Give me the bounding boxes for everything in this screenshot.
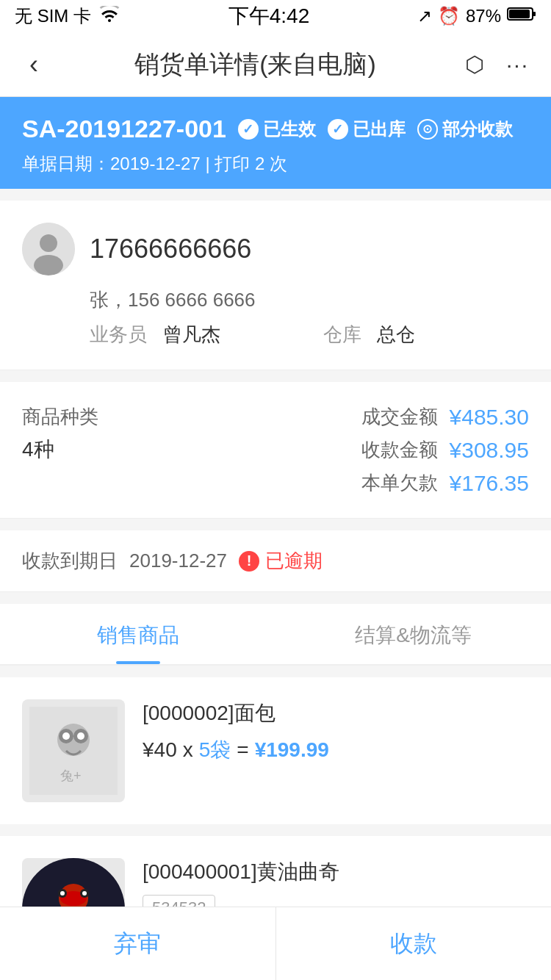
customer-section: 17666666666 张，156 6666 6666 业务员 曾凡杰 仓库 总… [0, 201, 551, 370]
battery-text: 87% [466, 6, 501, 26]
svg-point-10 [62, 732, 70, 740]
svg-rect-2 [509, 10, 530, 18]
share-icon[interactable]: ⬡ [465, 51, 484, 77]
status-badge-2: ✓ 已出库 [328, 118, 406, 141]
wifi-icon [98, 6, 120, 26]
overdue-text: 已逾期 [265, 548, 323, 574]
amount-section: 商品种类 4种 成交金额 ¥485.30 收款金额 ¥308.95 本单欠款 ¥… [0, 382, 551, 519]
time-display: 下午4:42 [228, 2, 310, 30]
cancel-button[interactable]: 弃审 [0, 907, 276, 980]
svg-text:兔+: 兔+ [60, 768, 82, 783]
due-date-section: 收款到期日 2019-12-27 ! 已逾期 [0, 530, 551, 592]
location-icon: ↗ [417, 6, 432, 26]
status-label-2: 已出库 [353, 118, 406, 141]
bread-total: ¥199.99 [255, 738, 329, 762]
equals-icon-1: = [237, 738, 248, 762]
confirm-button[interactable]: 收款 [276, 907, 552, 980]
warehouse-name: 总仓 [377, 323, 415, 345]
status-badge-1: ✓ 已生效 [238, 118, 316, 141]
check-icon-2: ✓ [328, 119, 348, 140]
svg-point-18 [60, 891, 65, 896]
tab-sales-products[interactable]: 销售商品 [0, 604, 276, 664]
staff-label: 业务员 [90, 323, 147, 345]
deal-label: 成交金额 [361, 404, 438, 430]
types-label: 商品种类 [22, 404, 98, 430]
order-id-text: SA-20191227-001 [22, 115, 226, 143]
due-date-label: 收款到期日 [22, 548, 118, 574]
multiply-icon-1: x [183, 738, 193, 762]
due-date-value: 2019-12-27 [129, 550, 227, 572]
back-button[interactable]: ‹ [22, 42, 46, 87]
nav-bar: ‹ 销货单详情(来自电脑) ⬡ ··· [0, 32, 551, 97]
types-count: 4种 [22, 436, 98, 464]
svg-point-5 [34, 255, 63, 275]
customer-name: 张，156 6666 6666 [90, 287, 529, 313]
amount-details: 成交金额 ¥485.30 收款金额 ¥308.95 本单欠款 ¥176.35 [361, 404, 529, 496]
staff-name: 曾凡杰 [163, 323, 220, 345]
status-badge-3: ⊙ 部分收款 [417, 118, 513, 141]
status-badges: ✓ 已生效 ✓ 已出库 ⊙ 部分收款 [238, 118, 513, 141]
product-info-bread: [0000002]面包 ¥40 x 5袋 = ¥199.99 [143, 699, 529, 764]
order-header: SA-20191227-001 ✓ 已生效 ✓ 已出库 ⊙ 部分收款 单据日期：… [0, 97, 551, 189]
received-amount-row: 收款金额 ¥308.95 [361, 437, 529, 463]
deal-amount-row: 成交金额 ¥485.30 [361, 404, 529, 430]
svg-rect-1 [533, 12, 536, 16]
warehouse-info: 仓库 总仓 [323, 322, 416, 347]
deal-value: ¥485.30 [450, 405, 529, 430]
order-date: 单据日期：2019-12-27 | 打印 2 次 [22, 152, 529, 176]
overdue-icon: ! [239, 551, 259, 572]
avatar [22, 223, 75, 275]
product-types: 商品种类 4种 [22, 404, 98, 464]
received-label: 收款金额 [361, 437, 438, 463]
alarm-icon: ⏰ [438, 6, 460, 26]
bread-qty: 5袋 [199, 736, 231, 764]
bread-unit-price: ¥40 [143, 738, 177, 762]
tab-settlement[interactable]: 结算&物流等 [276, 604, 551, 664]
nav-actions: ⬡ ··· [465, 51, 529, 77]
customer-phone: 17666666666 [90, 234, 251, 264]
debt-value: ¥176.35 [450, 471, 529, 496]
status-label-3: 部分收款 [442, 118, 513, 141]
status-left: 无 SIM 卡 [15, 4, 120, 28]
clock-icon: ⊙ [417, 119, 438, 140]
status-right: ↗ ⏰ 87% [417, 6, 536, 26]
product-image-bread: 兔+ [22, 699, 125, 802]
product-name-bread: [0000002]面包 [143, 699, 529, 727]
received-value: ¥308.95 [450, 438, 529, 463]
status-label-1: 已生效 [263, 118, 316, 141]
product-name-cookie: [000400001]黄油曲奇 [143, 858, 529, 886]
svg-point-11 [77, 732, 84, 740]
debt-label: 本单欠款 [361, 470, 438, 496]
order-id-row: SA-20191227-001 ✓ 已生效 ✓ 已出库 ⊙ 部分收款 [22, 115, 529, 143]
product-price-bread: ¥40 x 5袋 = ¥199.99 [143, 736, 529, 764]
carrier-text: 无 SIM 卡 [15, 4, 91, 28]
tabs: 销售商品 结算&物流等 [0, 604, 551, 666]
status-bar: 无 SIM 卡 下午4:42 ↗ ⏰ 87% [0, 0, 551, 32]
nav-title: 销货单详情(来自电脑) [134, 48, 376, 82]
staff-info: 业务员 曾凡杰 [90, 322, 220, 347]
product-item-bread: 兔+ [0000002]面包 ¥40 x 5袋 = ¥199.99 [0, 677, 551, 824]
svg-point-19 [82, 891, 87, 896]
more-icon[interactable]: ··· [506, 52, 529, 77]
staff-row: 业务员 曾凡杰 仓库 总仓 [90, 322, 529, 347]
check-icon-1: ✓ [238, 119, 259, 140]
customer-name-row: 17666666666 [22, 223, 529, 275]
svg-point-4 [40, 234, 57, 252]
warehouse-label: 仓库 [323, 323, 361, 345]
battery-icon [507, 6, 536, 26]
bottom-bar: 弃审 收款 [0, 907, 551, 980]
overdue-badge: ! 已逾期 [239, 548, 323, 574]
debt-amount-row: 本单欠款 ¥176.35 [361, 470, 529, 496]
